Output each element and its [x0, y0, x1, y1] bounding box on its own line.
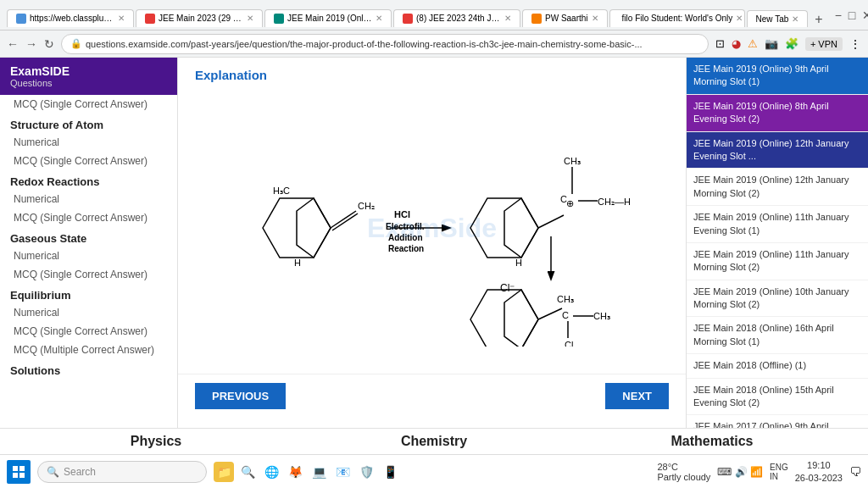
taskbar-app-icons: 📁 🔍 🌐 🦊 💻 📧 🛡️ 📱 — [214, 462, 400, 482]
sidebar-item-mcq-single-2[interactable]: MCQ (Single Correct Answer) — [0, 152, 177, 170]
taskbar-icon-mail[interactable]: 📧 — [332, 462, 353, 482]
svg-rect-39 — [19, 473, 25, 478]
svg-text:C: C — [562, 310, 569, 320]
sidebar-item-mcq-single-3[interactable]: MCQ (Single Correct Answer) — [0, 208, 177, 227]
main-layout: ExamSIDE Questions MCQ (Single Correct A… — [0, 58, 868, 437]
svg-text:Reaction: Reaction — [388, 244, 424, 253]
taskbar-icon-firefox[interactable]: 🦊 — [285, 462, 305, 482]
browser-tab-4[interactable]: (8) JEE 2023 24th January... ✕ — [393, 9, 520, 27]
svg-rect-36 — [13, 466, 18, 471]
svg-text:Electrofil.: Electrofil. — [386, 222, 425, 231]
svg-line-3 — [332, 214, 358, 230]
right-panel-item-10[interactable]: JEE Main 2018 (Online) 15th April Evenin… — [687, 379, 868, 416]
svg-text:Addition: Addition — [388, 233, 423, 242]
sidebar-item-numerical-2[interactable]: Numerical — [0, 190, 177, 208]
minimize-button[interactable]: − — [835, 8, 842, 22]
start-button[interactable] — [7, 460, 31, 484]
taskbar-right: 28°C Partly cloudy ⌨ 🔊 📶 ENG IN 19:10 26… — [657, 459, 861, 484]
weather-desc: Partly cloudy — [657, 472, 710, 482]
subject-chemistry[interactable]: Chemistry — [295, 434, 573, 449]
right-panel-item-6[interactable]: JEE Main 2019 (Online) 11th January Morn… — [687, 243, 868, 280]
address-bar[interactable]: 🔒 questions.examside.com/past-years/jee/… — [61, 34, 709, 54]
sidebar-item-mcq-single-5[interactable]: MCQ (Single Correct Answer) — [0, 322, 177, 341]
next-button[interactable]: NEXT — [605, 383, 669, 409]
maximize-button[interactable]: □ — [849, 8, 855, 22]
sidebar-section-equilibrium: Equilibrium — [0, 284, 177, 303]
svg-line-15 — [538, 215, 564, 228]
sidebar-item-mcq-single-1[interactable]: MCQ (Single Correct Answer) — [0, 95, 177, 114]
right-panel-item-9[interactable]: JEE Main 2018 (Offline) (1) — [687, 354, 868, 378]
browser-tab-newtab[interactable]: New Tab ✕ — [747, 10, 809, 27]
svg-rect-38 — [13, 473, 18, 478]
url-text: questions.examside.com/past-years/jee/qu… — [86, 39, 643, 49]
reaction-diagram: ExamSide CH₂ H₃C H — [195, 92, 669, 363]
extensions-icon[interactable]: 🧩 — [785, 37, 798, 50]
subject-physics[interactable]: Physics — [17, 434, 295, 449]
svg-marker-14 — [504, 198, 538, 258]
new-tab-button[interactable]: + — [810, 12, 827, 27]
sidebar-item-numerical-4[interactable]: Numerical — [0, 303, 177, 322]
taskbar-icons-system: ⌨ 🔊 📶 — [717, 466, 763, 478]
sidebar-section-structure: Structure of Atom — [0, 114, 177, 133]
sidebar-section-gaseous: Gaseous State — [0, 227, 177, 247]
taskbar-icon-explorer[interactable]: 📁 — [214, 462, 234, 482]
subject-physics-label: Physics — [131, 434, 181, 448]
right-panel-item-2[interactable]: JEE Main 2019 (Online) 8th April Evening… — [687, 95, 868, 132]
prev-button[interactable]: PREVIOUS — [195, 383, 286, 409]
taskbar-icon-edge[interactable]: 🌐 — [261, 462, 281, 482]
right-panel-item-7[interactable]: JEE Main 2019 (Online) 10th January Morn… — [687, 280, 868, 318]
sidebar-item-mcq-multiple[interactable]: MCQ (Multiple Correct Answer) — [0, 341, 177, 359]
vpn-button[interactable]: + VPN — [805, 37, 843, 51]
browser-tab-2[interactable]: JEE Main 2023 (29 Jan Shi... ✕ — [136, 9, 263, 27]
browser-tab-3[interactable]: JEE Main 2019 (Online... ✕ — [264, 9, 392, 27]
svg-marker-1 — [297, 198, 331, 258]
subject-chemistry-label: Chemistry — [401, 434, 467, 448]
right-panel-item-5[interactable]: JEE Main 2019 (Online) 11th January Even… — [687, 206, 868, 243]
taskbar-search[interactable]: 🔍 Search — [37, 461, 207, 483]
taskbar-icon-shield[interactable]: 🛡️ — [356, 462, 376, 482]
browser-tab-1[interactable]: https://web.classplusapp.c... ✕ — [7, 9, 134, 27]
svg-text:CH₃: CH₃ — [593, 311, 610, 321]
right-panel-item-1[interactable]: JEE Main 2019 (Online) 9th April Morning… — [687, 58, 868, 95]
taskbar-icon-dell[interactable]: 💻 — [309, 462, 329, 482]
svg-text:Cl⁻: Cl⁻ — [500, 282, 515, 294]
sidebar-item-numerical-3[interactable]: Numerical — [0, 247, 177, 265]
subject-mathematics-label: Mathematics — [671, 434, 754, 448]
search-placeholder: Search — [64, 466, 96, 478]
browser-tab-5[interactable]: PW Saarthi ✕ — [522, 9, 608, 27]
subject-mathematics[interactable]: Mathematics — [573, 434, 851, 449]
svg-text:H: H — [294, 258, 301, 268]
notification-icon[interactable]: 🗨 — [849, 465, 861, 479]
close-button[interactable]: ✕ — [862, 8, 868, 22]
warning-icon[interactable]: ⚠ — [748, 37, 758, 50]
sidebar-brand: ExamSIDE — [10, 64, 167, 78]
svg-line-28 — [538, 308, 562, 319]
svg-text:CH₃: CH₃ — [557, 294, 574, 304]
screenshot-icon[interactable]: 📷 — [765, 37, 778, 50]
reaction-svg: CH₂ H₃C H HCl Electrofil. Addi — [212, 109, 653, 347]
cast-icon[interactable]: ⊡ — [715, 37, 725, 50]
taskbar-icon-search2[interactable]: 🔍 — [237, 462, 258, 482]
weather-temp: 28°C — [657, 462, 678, 472]
svg-text:CH₂: CH₂ — [358, 201, 375, 211]
forward-button[interactable]: → — [25, 37, 37, 51]
sidebar-sub: Questions — [10, 78, 167, 88]
profile-icon[interactable]: ◕ — [732, 37, 741, 50]
content-area: Explanation ExamSide CH₂ — [178, 58, 686, 437]
sidebar-item-numerical-1[interactable]: Numerical — [0, 133, 177, 152]
svg-text:H₃C: H₃C — [273, 186, 290, 196]
sidebar-item-mcq-single-4[interactable]: MCQ (Single Correct Answer) — [0, 265, 177, 284]
menu-icon[interactable]: ⋮ — [849, 37, 861, 51]
browser-tab-6[interactable]: filo Filo Student: World's Only ✕ — [609, 9, 745, 27]
reload-button[interactable]: ↻ — [44, 37, 54, 51]
right-panel-item-3[interactable]: JEE Main 2019 (Online) 12th January Even… — [687, 132, 868, 169]
svg-text:HCl: HCl — [394, 209, 410, 219]
svg-text:⊕: ⊕ — [566, 198, 574, 208]
right-panel-item-8[interactable]: JEE Main 2018 (Online) 16th April Mornin… — [687, 317, 868, 354]
taskbar-icon-app2[interactable]: 📱 — [380, 462, 400, 482]
right-panel-item-4[interactable]: JEE Main 2019 (Online) 12th January Morn… — [687, 169, 868, 206]
browser-chrome: https://web.classplusapp.c... ✕ JEE Main… — [0, 0, 868, 30]
clock-date: 26-03-2023 — [795, 472, 843, 484]
nav-buttons: PREVIOUS NEXT — [178, 374, 686, 418]
back-button[interactable]: ← — [7, 37, 19, 51]
